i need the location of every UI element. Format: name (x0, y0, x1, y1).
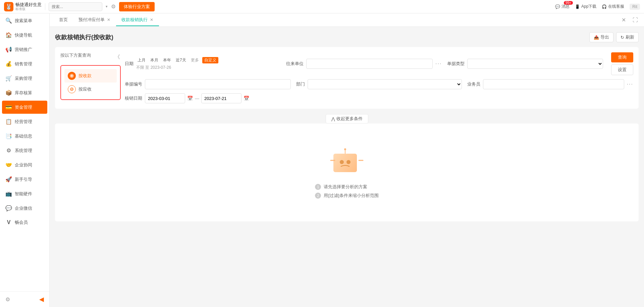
main-layout: 🔍 搜索菜单 🏠 快捷导航 📢 营销推广 💰 销售管理 🛒 采购管理 📦 库存核… (0, 13, 644, 307)
calendar-from-icon[interactable]: 📅 (187, 96, 193, 101)
date-shortcuts: 上月 本月 本年 近7天 更多 自定义 (136, 57, 218, 63)
sidebar-label-sales: 销售管理 (15, 61, 32, 67)
vip-icon: V (5, 219, 12, 225)
shortcut-this-month[interactable]: 本月 (149, 57, 160, 63)
operation-icon: 📋 (5, 118, 12, 125)
receivable-option-icon (68, 85, 76, 93)
tab-prepay-close-icon[interactable]: ✕ (107, 17, 111, 22)
inventory-icon: 📦 (5, 90, 12, 96)
query-button[interactable]: 查询 (611, 52, 633, 62)
empty-step-2: 2 用[过滤]条件来缩小分析范围 (315, 193, 378, 199)
basic-info-icon: 📑 (5, 133, 12, 139)
department-select[interactable] (308, 79, 462, 89)
collapse-more-button[interactable]: ⋀ 收起更多条件 (326, 114, 368, 123)
sidebar-item-inventory[interactable]: 📦 库存核算 (0, 86, 49, 100)
staff-more-icon[interactable]: ··· (627, 81, 633, 87)
message-icon: 💬 (555, 4, 560, 9)
export-icon: 📤 (594, 35, 599, 40)
tab-prepay[interactable]: 预付冲应付单 ✕ (73, 14, 116, 26)
query-actions: 查询 设置 (611, 52, 633, 75)
sidebar-item-finance[interactable]: 💳 资金管理 (2, 101, 47, 114)
brand-name: 畅捷通好生意 (15, 2, 42, 7)
export-button[interactable]: 📤 导出 (589, 32, 613, 42)
doc-type-select[interactable] (467, 59, 603, 69)
sidebar-item-basic-info[interactable]: 📑 基础信息 (0, 129, 49, 143)
shortcut-last-month[interactable]: 上月 (136, 57, 147, 63)
sidebar-label-wechat: 企业微信 (15, 205, 32, 211)
sidebar-label-marketing: 营销推广 (15, 47, 32, 53)
receipt-option-icon (68, 72, 76, 80)
sidebar-item-wechat[interactable]: 💬 企业微信 (0, 201, 49, 215)
refresh-button[interactable]: ↻ 刷新 (616, 32, 639, 42)
message-btn[interactable]: 💬 消息 99+ (555, 4, 570, 9)
sidebar-item-operation[interactable]: 📋 经营管理 (0, 114, 49, 129)
topbar: 🐰 畅捷通好生意 标准版 ▾ ⚙ 体验行业方案 💬 消息 99+ 📱 App下载… (0, 0, 644, 13)
shortcut-this-year[interactable]: 本年 (162, 57, 172, 63)
topbar-search-input[interactable] (49, 2, 102, 11)
shortcut-more[interactable]: 更多 (190, 57, 200, 63)
collapse-more-row: ⋀ 收起更多条件 (55, 113, 639, 123)
doc-no-input[interactable] (145, 79, 291, 89)
app-download-btn[interactable]: 📱 App下载 (575, 4, 596, 9)
writeoff-date-from-input[interactable] (145, 93, 185, 103)
sidebar-label-search: 搜索菜单 (15, 18, 32, 24)
sidebar-label-purchase: 采购管理 (15, 75, 32, 82)
filter-field-date: 日期 上月 本月 本年 近7天 更多 自定义 不限 至 (125, 57, 281, 70)
tab-receivable[interactable]: 收款核销执行 ✕ (116, 14, 159, 26)
writeoff-date-to-input[interactable] (201, 93, 241, 103)
sidebar-label-quick-nav: 快捷导航 (15, 32, 32, 38)
sidebar-item-purchase[interactable]: 🛒 采购管理 (0, 71, 49, 86)
topbar-divider (45, 3, 45, 10)
brand-version: 标准版 (15, 7, 42, 11)
date-label: 日期 (125, 61, 133, 67)
shortcut-custom[interactable]: 自定义 (202, 57, 218, 63)
staff-input[interactable] (483, 79, 624, 89)
sidebar-item-vip[interactable]: V 畅会员 (0, 215, 49, 229)
svg-point-5 (346, 160, 351, 164)
filter-option-receipt-label: 按收款 (78, 73, 92, 79)
empty-svg-icon (327, 144, 367, 177)
filter-left: 按以下方案查询 《 按收款 (60, 52, 121, 103)
tab-home[interactable]: 首页 (54, 14, 73, 26)
empty-illustration (327, 144, 367, 177)
step-2-num: 2 (315, 193, 321, 199)
settings-button[interactable]: 设置 (611, 64, 633, 75)
home-icon: 🏠 (5, 32, 12, 38)
calendar-to-icon[interactable]: 📅 (244, 96, 249, 101)
topbar-gear-icon[interactable]: ⚙ (111, 3, 116, 10)
sidebar-item-guide[interactable]: 🚀 新手引导 (0, 172, 49, 187)
sidebar-item-smart-hw[interactable]: 📺 智能硬件 (0, 187, 49, 201)
counterpart-more-icon[interactable]: ··· (435, 61, 442, 67)
sidebar-item-sales[interactable]: 💰 销售管理 (0, 57, 49, 71)
filter-option-receipt[interactable]: 按收款 (64, 69, 117, 83)
svg-point-4 (340, 160, 344, 164)
tab-receivable-close-icon[interactable]: ✕ (150, 17, 154, 22)
filter-option-receivable[interactable]: 按应收 (64, 83, 117, 96)
purchase-icon: 🛒 (5, 75, 12, 82)
date-separator: — (195, 96, 199, 101)
message-badge: 99+ (564, 1, 573, 5)
sidebar-label-finance: 资金管理 (15, 104, 32, 110)
collapse-more-label: 收起更多条件 (336, 116, 363, 122)
solution-button[interactable]: 体验行业方案 (119, 2, 155, 11)
sidebar-gear-icon[interactable]: ⚙ (5, 296, 10, 303)
sidebar-item-marketing[interactable]: 📢 营销推广 (0, 42, 49, 57)
sidebar-item-search-menu[interactable]: 🔍 搜索菜单 (0, 13, 49, 28)
counterpart-input[interactable] (306, 59, 433, 69)
sidebar-item-quick-nav[interactable]: 🏠 快捷导航 (0, 28, 49, 42)
dropdown-arrow-icon[interactable]: ▾ (106, 4, 108, 9)
online-service-btn[interactable]: 🎧 在线客服 (602, 4, 624, 9)
filter-field-counterpart: 往来单位 ··· (286, 59, 442, 69)
user-avatar[interactable]: Rit (630, 4, 640, 10)
logo-icon: 🐰 (4, 2, 13, 11)
sidebar-item-system[interactable]: ⚙ 系统管理 (0, 143, 49, 158)
sidebar-collapse-button[interactable]: ◀ (39, 296, 44, 303)
sidebar-item-enterprise[interactable]: 🤝 企业协同 (0, 158, 49, 172)
tabbar-close-icon[interactable]: ✕ (620, 16, 628, 24)
writeoff-date-label: 核销日期 (125, 95, 142, 101)
sales-icon: 💰 (5, 61, 12, 67)
tabbar-expand-icon[interactable]: ⛶ (631, 16, 640, 24)
filter-collapse-icon[interactable]: 《 (114, 53, 121, 61)
guide-icon: 🚀 (5, 176, 12, 183)
shortcut-7days[interactable]: 近7天 (174, 57, 187, 63)
